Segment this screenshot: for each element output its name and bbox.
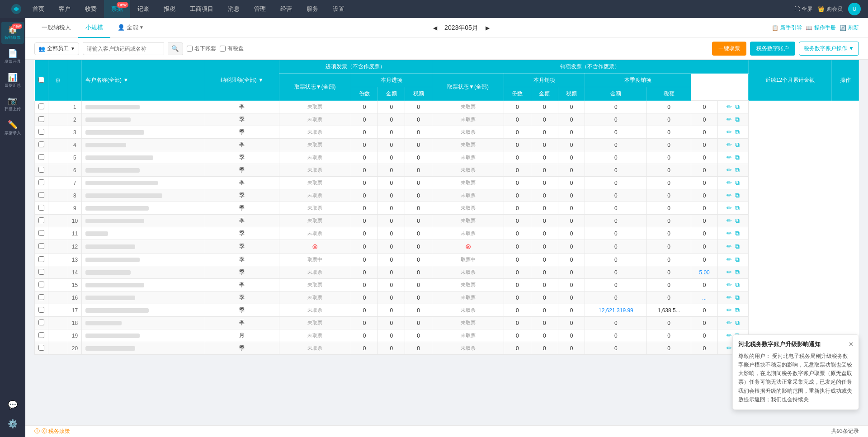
row-output-status-16[interactable]: 未取票: [432, 291, 504, 304]
edit-icon-18[interactable]: ✏: [726, 319, 732, 326]
edit-icon-4[interactable]: ✏: [726, 141, 732, 148]
row-name-19[interactable]: [82, 329, 205, 342]
tax-policy-link[interactable]: ⓘ ⓪ 税务政策: [34, 428, 70, 435]
row-name-4[interactable]: [82, 139, 205, 151]
edit-icon-14[interactable]: ✏: [726, 268, 732, 276]
row-input-status-17[interactable]: 未取票: [279, 304, 351, 317]
checkbox-has-taxpad[interactable]: 有税盘: [220, 45, 244, 52]
sidebar-item-invoice-summary[interactable]: 📊 票据汇总: [1, 70, 24, 92]
copy-icon-9[interactable]: ⧉: [735, 204, 740, 211]
edit-icon-7[interactable]: ✏: [726, 179, 732, 186]
row-input-status-12[interactable]: ⊗: [279, 240, 351, 254]
row-output-status-15[interactable]: 未取票: [432, 279, 504, 291]
notification-close-button[interactable]: ×: [849, 340, 853, 348]
one-click-invoice-button[interactable]: 一键取票: [712, 42, 746, 56]
nav-management[interactable]: 管理: [247, 0, 273, 18]
period-prev-button[interactable]: ◀: [433, 25, 437, 31]
nav-fees[interactable]: 收费: [78, 0, 104, 18]
row-output-status-18[interactable]: 未取票: [432, 317, 504, 329]
row-checkbox-18[interactable]: [38, 320, 44, 325]
row-checkbox-20[interactable]: [38, 345, 44, 351]
sidebar-item-smart-invoice[interactable]: 🏠 智能取票 new: [1, 22, 24, 44]
row-name-17[interactable]: [82, 304, 205, 317]
edit-icon-20[interactable]: ✏: [726, 344, 732, 352]
row-input-status-7[interactable]: 未取票: [279, 177, 351, 189]
row-name-5[interactable]: [82, 151, 205, 164]
edit-icon-5[interactable]: ✏: [726, 154, 732, 161]
row-input-status-5[interactable]: 未取票: [279, 151, 351, 164]
checkbox-own-accounts[interactable]: 名下账套: [187, 45, 216, 52]
own-accounts-checkbox[interactable]: [187, 46, 193, 52]
header-tax-quota[interactable]: 纳税限额(全部) ▼: [205, 60, 279, 101]
row-name-1[interactable]: [82, 101, 205, 113]
row-input-status-19[interactable]: 未取票: [279, 329, 351, 342]
edit-icon-8[interactable]: ✏: [726, 192, 732, 199]
edit-icon-17[interactable]: ✏: [726, 306, 732, 314]
user-avatar[interactable]: U: [848, 3, 861, 15]
row-input-status-18[interactable]: 未取票: [279, 317, 351, 329]
refresh-link[interactable]: 🔄 刷新: [840, 24, 859, 32]
copy-icon-7[interactable]: ⧉: [735, 179, 740, 186]
row-output-status-9[interactable]: 未取票: [432, 202, 504, 215]
sidebar-item-invoice-entry[interactable]: ✏️ 票据录入: [1, 117, 24, 139]
row-output-status-17[interactable]: 未取票: [432, 304, 504, 317]
customer-search-input[interactable]: [83, 42, 164, 55]
row-name-13[interactable]: [82, 254, 205, 266]
copy-icon-11[interactable]: ⧉: [735, 230, 740, 237]
row-output-status-2[interactable]: 未取票: [432, 113, 504, 126]
row-checkbox-3[interactable]: [38, 129, 44, 135]
edit-icon-9[interactable]: ✏: [726, 204, 732, 211]
row-output-status-7[interactable]: 未取票: [432, 177, 504, 189]
row-input-status-2[interactable]: 未取票: [279, 113, 351, 126]
row-output-status-20[interactable]: 未取票: [432, 342, 504, 355]
row-input-status-16[interactable]: 未取票: [279, 291, 351, 304]
row-name-6[interactable]: [82, 164, 205, 177]
edit-icon-2[interactable]: ✏: [726, 116, 732, 123]
nav-customers[interactable]: 客户: [52, 0, 78, 18]
tax-digital-account-button[interactable]: 税务数字账户: [750, 42, 795, 56]
copy-icon-17[interactable]: ⧉: [735, 306, 740, 314]
row-name-9[interactable]: [82, 202, 205, 215]
sidebar-item-settings[interactable]: ⚙️: [1, 416, 24, 432]
row-checkbox-4[interactable]: [38, 141, 44, 147]
row-checkbox-17[interactable]: [38, 307, 44, 313]
row-input-status-4[interactable]: 未取票: [279, 139, 351, 151]
row-input-status-8[interactable]: 未取票: [279, 189, 351, 202]
copy-icon-1[interactable]: ⧉: [735, 103, 740, 110]
row-input-status-11[interactable]: 未取票: [279, 227, 351, 240]
row-input-status-10[interactable]: 未取票: [279, 215, 351, 227]
row-checkbox-6[interactable]: [38, 167, 44, 173]
row-output-status-13[interactable]: 取票中: [432, 254, 504, 266]
row-input-status-9[interactable]: 未取票: [279, 202, 351, 215]
vip-button[interactable]: 👑 购会员: [818, 5, 843, 13]
header-customer-name[interactable]: 客户名称(全部) ▼: [82, 60, 205, 101]
row-checkbox-15[interactable]: [38, 282, 44, 287]
row-input-status-6[interactable]: 未取票: [279, 164, 351, 177]
copy-icon-15[interactable]: ⧉: [735, 281, 740, 288]
row-name-8[interactable]: [82, 189, 205, 202]
edit-icon-19[interactable]: ✏: [726, 332, 732, 339]
copy-icon-13[interactable]: ⧉: [735, 256, 740, 263]
row-checkbox-10[interactable]: [38, 217, 44, 223]
copy-icon-14[interactable]: ⧉: [735, 268, 740, 276]
row-output-status-12[interactable]: ⊗: [432, 240, 504, 254]
copy-icon-12[interactable]: ⧉: [735, 243, 740, 250]
row-output-status-11[interactable]: 未取票: [432, 227, 504, 240]
header-output-status[interactable]: 取票状态▼(全部): [432, 74, 504, 101]
row-name-12[interactable]: [82, 240, 205, 254]
row-output-status-14[interactable]: 未取票: [432, 266, 504, 279]
nav-messages[interactable]: 消息: [221, 0, 247, 18]
row-input-status-15[interactable]: 未取票: [279, 279, 351, 291]
select-all-checkbox[interactable]: [38, 77, 44, 83]
tab-general-taxpayer[interactable]: 一般纳税人: [34, 18, 78, 38]
row-checkbox-1[interactable]: [38, 103, 44, 109]
row-checkbox-9[interactable]: [38, 205, 44, 211]
edit-icon-10[interactable]: ✏: [726, 217, 732, 224]
sidebar-item-scan-upload[interactable]: 📷 扫描上传: [1, 93, 24, 115]
row-name-15[interactable]: [82, 279, 205, 291]
sidebar-item-invoice-open[interactable]: 📄 发票开具: [1, 46, 24, 68]
copy-icon-4[interactable]: ⧉: [735, 141, 740, 148]
row-checkbox-14[interactable]: [38, 269, 44, 275]
row-checkbox-12[interactable]: [38, 243, 44, 249]
edit-icon-13[interactable]: ✏: [726, 256, 732, 263]
